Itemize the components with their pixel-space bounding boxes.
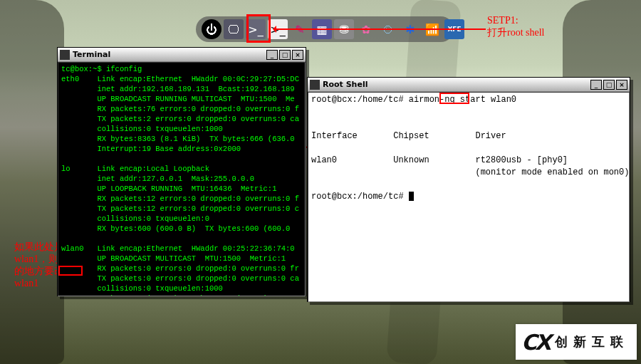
minimize-button[interactable]: _ — [590, 80, 602, 90]
step1-highlight — [246, 14, 271, 43]
power-icon[interactable]: ⏻ — [202, 19, 222, 39]
terminal-output[interactable]: tc@box:~$ ifconfig eth0 Link encap:Ether… — [58, 62, 306, 296]
maximize-button[interactable]: □ — [603, 80, 615, 90]
watermark-text: 创新互联 — [555, 333, 629, 350]
close-button[interactable]: × — [292, 50, 303, 60]
close-button[interactable]: × — [616, 80, 627, 90]
root-shell-window[interactable]: Root Shell _ □ × root@bcx:/home/tc# airm… — [307, 77, 630, 302]
terminal-window[interactable]: Terminal _ □ × tc@box:~$ ifconfig eth0 L… — [57, 47, 306, 296]
rootshell-titlebar[interactable]: Root Shell _ □ × — [308, 78, 630, 92]
minimize-button[interactable]: _ — [266, 50, 278, 60]
wlan0-cmd-highlight — [439, 93, 469, 104]
annotation-step1: SETP1: 打升root shell — [487, 14, 545, 38]
step1-arrow — [273, 28, 486, 30]
bg-tree — [0, 0, 64, 364]
rootshell-title: Root Shell — [323, 80, 368, 89]
watermark-logo: CX — [521, 330, 549, 355]
maximize-button[interactable]: □ — [279, 50, 291, 60]
terminal-title-icon — [60, 50, 70, 60]
rootshell-output[interactable]: root@bcx:/home/tc# airmon-ng start wlan0… — [308, 92, 630, 302]
terminal-titlebar[interactable]: Terminal _ □ × — [58, 48, 306, 62]
wlan0-highlight — [58, 266, 83, 276]
watermark: CX 创新互联 — [516, 324, 637, 360]
terminal-title: Terminal — [73, 50, 110, 59]
display-icon[interactable]: 🖵 — [224, 19, 244, 39]
desktop: ⏻ 🖵 >_ >_ ✎ ▦ ⛃ ✿ ⏲ ✱ 📶 XFE SETP1: 打升roo… — [0, 0, 641, 364]
rootshell-title-icon — [310, 80, 320, 90]
